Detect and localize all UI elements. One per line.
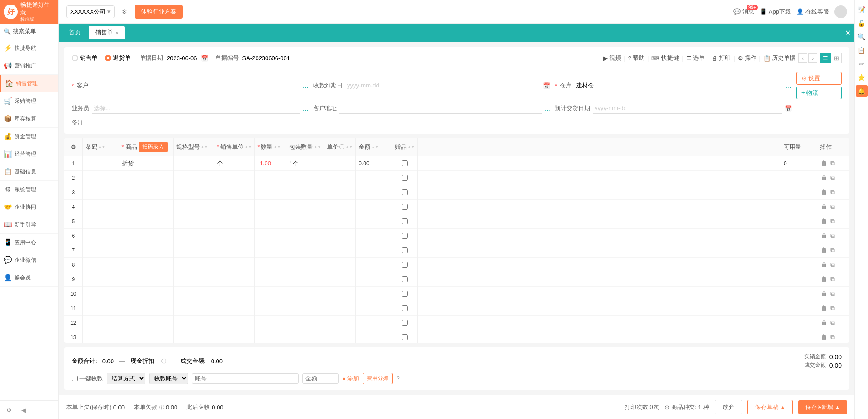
rt-orange-btn[interactable]: 🔔 <box>856 85 868 97</box>
product-input[interactable] <box>122 290 170 297</box>
cell-price[interactable] <box>324 214 356 229</box>
history-prev[interactable]: ‹ <box>798 53 807 63</box>
barcode-input[interactable] <box>86 276 116 283</box>
cell-pack-qty[interactable] <box>286 243 324 258</box>
copy-row-btn[interactable]: ⧉ <box>830 188 835 196</box>
cell-price[interactable] <box>324 272 356 287</box>
expected-date-input[interactable] <box>593 103 782 114</box>
salesman-select-dots[interactable]: ... <box>303 104 309 112</box>
barcode-input[interactable] <box>86 319 116 326</box>
cell-product[interactable] <box>119 229 173 243</box>
barcode-input[interactable] <box>86 218 116 225</box>
sidebar-item-guide[interactable]: 📖 新手引导 <box>0 216 58 234</box>
delete-row-btn[interactable]: 🗑 <box>821 275 827 283</box>
cell-product[interactable] <box>119 200 173 214</box>
delete-row-btn[interactable]: 🗑 <box>821 304 827 312</box>
unit-input[interactable] <box>217 232 252 239</box>
cell-product[interactable] <box>119 301 173 316</box>
gift-checkbox[interactable] <box>402 189 408 195</box>
cell-unit[interactable] <box>214 200 255 214</box>
product-input[interactable] <box>122 305 170 312</box>
cell-product[interactable] <box>119 156 173 171</box>
collect-date-input[interactable] <box>345 80 540 91</box>
cell-barcode[interactable] <box>82 330 119 343</box>
qty-input[interactable] <box>257 203 283 210</box>
cell-price[interactable] <box>324 316 356 330</box>
cell-spec[interactable] <box>173 243 214 258</box>
price-input[interactable] <box>327 305 353 312</box>
price-input[interactable] <box>327 189 353 196</box>
copy-row-btn[interactable]: ⧉ <box>830 159 835 167</box>
sidebar-search[interactable]: 🔍 搜索菜单 <box>0 24 58 39</box>
cell-unit[interactable] <box>214 156 255 171</box>
cell-product[interactable] <box>119 287 173 301</box>
rt-note-btn[interactable]: 📝 <box>856 4 868 15</box>
cell-qty[interactable] <box>255 330 286 343</box>
logistics-button[interactable]: + 物流 <box>796 87 842 99</box>
unit-input[interactable] <box>217 290 252 297</box>
spec-input[interactable] <box>176 305 211 312</box>
pack-qty-input[interactable] <box>289 174 321 181</box>
cell-price[interactable] <box>324 229 356 243</box>
price-input[interactable] <box>327 334 353 341</box>
cell-spec[interactable] <box>173 287 214 301</box>
barcode-input[interactable] <box>86 189 116 196</box>
price-input[interactable] <box>327 160 353 167</box>
sidebar-collapse-icon[interactable]: ◀ <box>18 405 29 415</box>
cell-pack-qty[interactable] <box>286 301 324 316</box>
copy-row-btn[interactable]: ⧉ <box>830 333 835 341</box>
pay-account-select[interactable]: 收款账号 <box>149 373 188 384</box>
cell-barcode[interactable] <box>82 287 119 301</box>
delete-row-btn[interactable]: 🗑 <box>821 203 827 210</box>
pack-qty-input[interactable] <box>289 218 321 225</box>
cell-product[interactable] <box>119 316 173 330</box>
spec-input[interactable] <box>176 203 211 210</box>
pack-qty-input[interactable] <box>289 203 321 210</box>
pack-qty-input[interactable] <box>289 160 321 167</box>
cell-qty[interactable] <box>255 200 286 214</box>
barcode-input[interactable] <box>86 305 116 312</box>
pack-qty-input[interactable] <box>289 247 321 254</box>
cell-spec[interactable] <box>173 330 214 343</box>
cell-qty[interactable] <box>255 287 286 301</box>
barcode-input[interactable] <box>86 160 116 167</box>
cell-pack-qty[interactable] <box>286 185 324 200</box>
barcode-input[interactable] <box>86 261 116 268</box>
product-input[interactable] <box>122 203 170 210</box>
cell-price[interactable] <box>324 301 356 316</box>
rt-star-btn[interactable]: ⭐ <box>856 72 868 83</box>
add-payment-btn[interactable]: ● 添加 <box>342 375 359 383</box>
pack-qty-input[interactable] <box>289 261 321 268</box>
sidebar-item-system[interactable]: ⚙ 系统管理 <box>0 181 58 198</box>
cell-qty[interactable] <box>255 229 286 243</box>
barcode-input[interactable] <box>86 334 116 341</box>
cell-unit[interactable] <box>214 243 255 258</box>
cell-spec[interactable] <box>173 272 214 287</box>
pack-qty-input[interactable] <box>289 319 321 326</box>
account-number-input[interactable] <box>192 373 299 384</box>
cell-barcode[interactable] <box>82 156 119 171</box>
payment-amount-input[interactable] <box>302 373 339 384</box>
cell-qty[interactable] <box>255 301 286 316</box>
delete-row-btn[interactable]: 🗑 <box>821 232 827 239</box>
price-input[interactable] <box>327 218 353 225</box>
qty-input[interactable] <box>257 261 283 268</box>
unit-input[interactable] <box>217 218 252 225</box>
radio-sale-order[interactable]: 销售单 <box>72 54 97 62</box>
qty-input[interactable] <box>257 319 283 326</box>
radio-return-order[interactable]: 退货单 <box>105 54 131 62</box>
cell-spec[interactable] <box>173 171 214 185</box>
gift-checkbox[interactable] <box>402 291 408 297</box>
spec-input[interactable] <box>176 189 211 196</box>
cell-spec[interactable] <box>173 316 214 330</box>
cell-unit[interactable] <box>214 229 255 243</box>
delete-row-btn[interactable]: 🗑 <box>821 333 827 341</box>
product-input[interactable] <box>122 189 170 196</box>
cell-qty[interactable] <box>255 156 286 171</box>
delete-row-btn[interactable]: 🗑 <box>821 261 827 268</box>
unit-input[interactable] <box>217 189 252 196</box>
unit-input[interactable] <box>217 203 252 210</box>
cell-qty[interactable] <box>255 214 286 229</box>
rt-search-btn[interactable]: 🔍 <box>856 31 868 43</box>
pack-qty-input[interactable] <box>289 276 321 283</box>
